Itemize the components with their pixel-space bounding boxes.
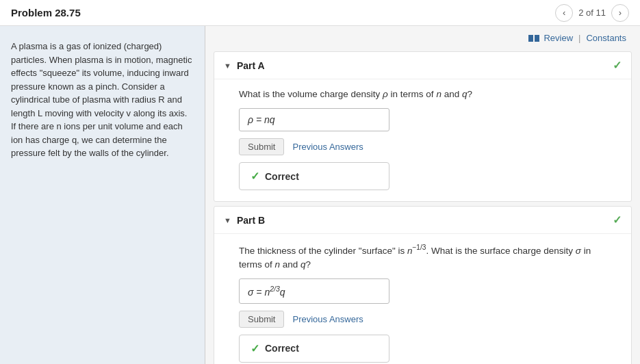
part-b-submit-button[interactable]: Submit [239, 311, 284, 328]
part-b-header-left: ▼ Part B [224, 215, 265, 226]
part-a-correct-badge: ✓ Correct [239, 162, 389, 190]
part-a-correct-label: Correct [265, 171, 299, 182]
part-b-question: The thickness of the cylinder "surface" … [239, 242, 615, 272]
part-b-title: Part B [237, 215, 265, 226]
nav-next-button[interactable]: › [611, 4, 629, 22]
part-a-header-left: ▼ Part A [224, 60, 265, 71]
constants-link[interactable]: Constants [586, 33, 626, 43]
part-b-answer-value: σ = n2/3q [248, 287, 285, 298]
part-b-section: ▼ Part B ✓ The thickness of the cylinder… [214, 206, 632, 364]
problem-title: Problem 28.75 [11, 7, 81, 18]
part-b-correct-icon: ✓ [251, 342, 259, 355]
nav-count: 2 of 11 [578, 8, 606, 18]
part-a-question: What is the volume charge density ρ in t… [239, 88, 615, 101]
main-layout: A plasma is a gas of ionized (charged) p… [0, 26, 640, 364]
part-a-submit-button[interactable]: Submit [239, 138, 284, 155]
main-content: Review | Constants ▼ Part A ✓ What is th… [205, 26, 640, 364]
part-a-answer-value: ρ = nq [248, 114, 275, 125]
top-bar: Problem 28.75 ‹ 2 of 11 › [0, 0, 640, 26]
problem-sidebar: A plasma is a gas of ionized (charged) p… [0, 26, 205, 364]
part-a-previous-answers-link[interactable]: Previous Answers [292, 142, 363, 152]
part-b-answer-input[interactable]: σ = n2/3q [239, 278, 389, 304]
part-b-check-icon: ✓ [613, 213, 622, 226]
part-b-correct-badge: ✓ Correct [239, 335, 389, 363]
part-b-previous-answers-link[interactable]: Previous Answers [292, 314, 363, 324]
part-a-section: ▼ Part A ✓ What is the volume charge den… [214, 51, 632, 202]
part-a-chevron-icon: ▼ [224, 62, 231, 70]
part-a-header[interactable]: ▼ Part A ✓ [214, 52, 631, 79]
review-bar: Review | Constants [205, 26, 640, 47]
part-a-title: Part A [237, 60, 265, 71]
part-b-chevron-icon: ▼ [224, 216, 231, 224]
part-a-action-row: Submit Previous Answers [239, 138, 615, 155]
part-b-header[interactable]: ▼ Part B ✓ [214, 207, 631, 233]
part-a-check-icon: ✓ [613, 59, 622, 72]
nav-controls: ‹ 2 of 11 › [555, 4, 629, 22]
part-a-answer-input[interactable]: ρ = nq [239, 108, 389, 131]
part-a-correct-icon: ✓ [251, 170, 259, 183]
review-icon [528, 35, 539, 42]
nav-prev-button[interactable]: ‹ [555, 4, 573, 22]
part-b-body: The thickness of the cylinder "surface" … [214, 233, 631, 364]
part-b-correct-label: Correct [265, 343, 299, 354]
review-link[interactable]: Review [543, 33, 573, 43]
pipe-separator: | [578, 33, 580, 43]
part-a-body: What is the volume charge density ρ in t… [214, 79, 631, 201]
part-b-action-row: Submit Previous Answers [239, 311, 615, 328]
problem-description: A plasma is a gas of ionized (charged) p… [11, 40, 194, 160]
